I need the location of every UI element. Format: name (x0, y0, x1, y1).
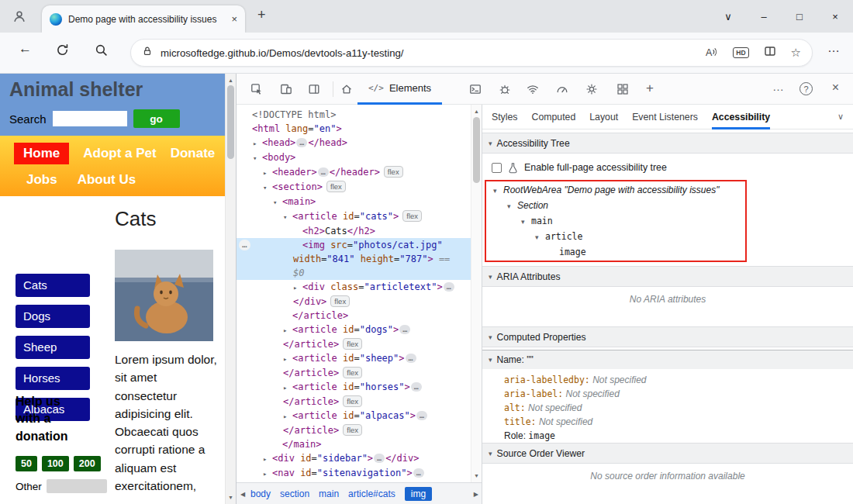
dom-line[interactable]: </article> (237, 309, 471, 323)
address-bar[interactable]: microsoftedge.github.io/Demos/devtools-a… (130, 39, 813, 67)
expand-arrow-icon[interactable]: ▾ (507, 198, 517, 214)
tabs-overflow-chevron-icon[interactable]: ∨ (837, 112, 844, 122)
dom-line[interactable]: ▾<section>flex (237, 180, 471, 195)
device-emulation-icon[interactable] (280, 83, 292, 95)
application-icon[interactable] (616, 83, 629, 95)
scroll-up-icon[interactable]: ▲ (471, 105, 482, 116)
a11y-tree-node[interactable]: image (482, 244, 853, 260)
dom-line[interactable]: ▸<header>…</header>flex (237, 165, 471, 180)
expand-arrow-icon[interactable]: ▾ (493, 183, 503, 198)
network-icon[interactable] (527, 83, 539, 95)
dom-line[interactable]: ▾<main> (237, 195, 471, 209)
browser-settings-icon[interactable]: … (827, 41, 841, 55)
tab-close-icon[interactable]: × (231, 13, 237, 25)
favorites-star-icon[interactable]: ☆ (791, 46, 801, 60)
profile-icon[interactable] (8, 6, 31, 26)
a11y-tree-node[interactable]: ▾main (482, 213, 853, 229)
dom-line[interactable]: <html lang="en"> (237, 122, 471, 136)
dom-line[interactable]: <!DOCTYPE html> (237, 108, 471, 122)
sidebar-item-dogs[interactable]: Dogs (16, 305, 90, 328)
tab-actions-chevron-icon[interactable]: ∨ (710, 0, 746, 33)
enable-tree-checkbox[interactable] (492, 163, 502, 173)
expand-arrow-icon[interactable]: ▾ (273, 195, 282, 209)
crumbs-left-icon[interactable]: ◀ (240, 491, 245, 498)
expand-arrow-icon[interactable]: ▾ (521, 214, 531, 230)
crumbs-right-icon[interactable]: ▶ (474, 491, 478, 498)
expand-arrow-icon[interactable]: ▾ (283, 210, 292, 224)
scrollbar-thumb[interactable] (227, 85, 234, 159)
nav-item-donate[interactable]: Donate (171, 146, 216, 161)
tab-layout[interactable]: Layout (589, 105, 618, 129)
donate-200-button[interactable]: 200 (74, 456, 101, 471)
expand-arrow-icon[interactable]: ▸ (283, 409, 292, 423)
sidebar-item-horses[interactable]: Horses (16, 367, 90, 390)
nav-item-home[interactable]: Home (14, 143, 69, 164)
devtools-help-icon[interactable]: ? (799, 82, 813, 95)
url-text[interactable]: microsoftedge.github.io/Demos/devtools-a… (161, 47, 404, 59)
dom-line[interactable]: <h2>Cats</h2> (237, 224, 471, 238)
dom-line-selected[interactable]: …<img src="photos/cat.jpg" width="841" h… (237, 238, 471, 280)
new-tab-button[interactable]: + (257, 7, 266, 23)
browser-tab[interactable]: Demo page with accessibility issues × (42, 5, 245, 33)
donate-100-button[interactable]: 100 (42, 456, 69, 471)
welcome-home-icon[interactable] (340, 83, 353, 95)
expand-arrow-icon[interactable]: ▾ (535, 230, 545, 245)
hd-icon[interactable]: HD (733, 47, 748, 58)
crumb-section[interactable]: section (280, 488, 309, 499)
tab-elements[interactable]: </> Elements (357, 74, 442, 105)
expand-arrow-icon[interactable]: ▸ (263, 166, 272, 180)
sidebar-item-sheep[interactable]: Sheep (16, 336, 90, 359)
a11y-tree-node[interactable]: ▾article (482, 229, 853, 244)
dom-line[interactable]: ▸<article id="sheep">…</article>flex (237, 351, 471, 380)
crumb-body[interactable]: body (250, 488, 271, 499)
tab-computed[interactable]: Computed (532, 105, 576, 129)
back-button[interactable]: ← (19, 41, 32, 57)
settings-gear-icon[interactable] (585, 83, 598, 95)
a11y-tree-node[interactable]: ▾RootWebArea "Demo page with accessibili… (482, 182, 853, 198)
nav-item-adopt[interactable]: Adopt a Pet (83, 146, 156, 161)
performance-icon[interactable] (556, 83, 568, 95)
console-icon[interactable] (469, 83, 482, 95)
expand-arrow-icon[interactable]: ▸ (283, 352, 292, 366)
dom-line[interactable]: ▸<article id="horses">…</article>flex (237, 380, 471, 409)
refresh-button[interactable] (56, 43, 69, 60)
minimize-button[interactable]: – (746, 0, 782, 33)
scrollbar-thumb[interactable] (473, 117, 480, 183)
expand-arrow-icon[interactable]: ▸ (253, 136, 262, 150)
expand-arrow-icon[interactable]: ▾ (253, 151, 262, 165)
dom-line[interactable]: ▸<div id="sidebar">…</div> (237, 451, 471, 466)
maximize-button[interactable]: □ (782, 0, 817, 33)
section-accessibility-tree[interactable]: ▾ Accessibility Tree (482, 133, 853, 154)
expand-arrow-icon[interactable]: ▸ (263, 467, 272, 481)
a11y-tree-node[interactable]: ▾Section (482, 198, 853, 213)
expand-arrow-icon[interactable]: ▸ (263, 452, 272, 466)
close-button[interactable]: × (817, 0, 853, 33)
crumb-article[interactable]: article#cats (348, 488, 395, 499)
enable-tree-label[interactable]: Enable full-page accessibility tree (524, 162, 667, 173)
search-input[interactable] (53, 111, 127, 126)
go-button[interactable]: go (133, 109, 180, 128)
issues-bug-icon[interactable] (499, 83, 511, 95)
read-aloud-icon[interactable]: A (706, 47, 718, 58)
dom-line[interactable]: ▸<article id="dogs">…</article>flex (237, 323, 471, 351)
nav-item-about[interactable]: About Us (78, 172, 136, 188)
dock-side-icon[interactable] (308, 83, 320, 95)
dom-line[interactable]: ▾<article id="cats">flex (237, 209, 471, 224)
dom-line[interactable]: ▾<body> (237, 150, 471, 165)
scroll-down-icon[interactable]: ▼ (471, 470, 482, 481)
computed-name-row[interactable]: ▾ Name: "" (482, 350, 853, 369)
tab-styles[interactable]: Styles (492, 105, 518, 129)
scroll-down-icon[interactable]: ▼ (226, 492, 236, 502)
other-amount-input[interactable] (47, 479, 107, 493)
dom-line[interactable]: ▸<nav id="sitenavigation">… (237, 466, 471, 481)
page-scrollbar[interactable]: ▲ ▼ (225, 74, 236, 504)
tab-event-listeners[interactable]: Event Listeners (632, 105, 698, 129)
section-aria-attributes[interactable]: ▾ ARIA Attributes (482, 266, 853, 287)
expand-arrow-icon[interactable]: ▸ (283, 381, 292, 395)
devtools-close-icon[interactable]: × (832, 81, 839, 95)
expand-arrow-icon[interactable]: ▾ (263, 181, 272, 195)
donate-50-button[interactable]: 50 (16, 456, 37, 471)
nav-item-jobs[interactable]: Jobs (26, 172, 57, 188)
expand-arrow-icon[interactable]: ▸ (293, 281, 302, 295)
section-computed-properties[interactable]: ▾ Computed Properties (482, 326, 853, 347)
